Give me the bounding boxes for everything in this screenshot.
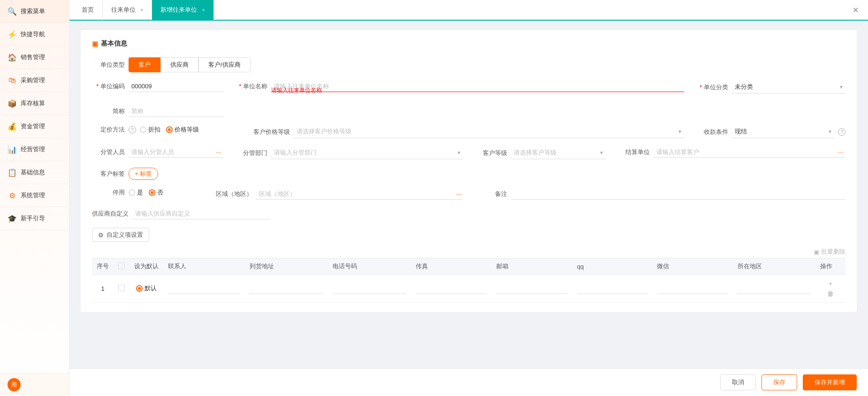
sidebar-item-system[interactable]: ⚙ 系统管理 xyxy=(0,184,69,207)
sidebar-item-quick-nav[interactable]: ⚡ 快捷导航 xyxy=(0,23,69,46)
money-icon: 💰 xyxy=(8,122,17,131)
region-table-input[interactable] xyxy=(738,283,811,294)
add-row-button[interactable]: ＋ xyxy=(825,279,836,289)
unit-type-supplier-btn[interactable]: 供应商 xyxy=(160,57,198,72)
supplier-custom-input[interactable] xyxy=(132,208,270,219)
contact-input[interactable] xyxy=(168,283,240,294)
guide-icon: 🎓 xyxy=(8,214,17,223)
remarks-input[interactable] xyxy=(511,188,845,200)
add-tag-button[interactable]: + 标签 xyxy=(129,168,158,180)
tab-home[interactable]: 首页 xyxy=(73,0,103,20)
unit-code-label: 单位编码 xyxy=(92,82,125,91)
phone-input[interactable] xyxy=(333,283,406,294)
price-level-radio[interactable]: 价格等级 xyxy=(166,125,199,134)
col-phone: 电话号码 xyxy=(328,258,411,275)
settlement-unit-input[interactable] xyxy=(654,147,836,157)
sidebar-item-label: 库存核算 xyxy=(21,99,45,108)
qq-input[interactable] xyxy=(577,283,647,294)
custom-setting-button[interactable]: ⚙ 自定义项设置 xyxy=(92,228,149,242)
unit-type-group: 客户 供应商 客户/供应商 xyxy=(129,57,251,72)
sidebar-item-label: 系统管理 xyxy=(21,191,45,200)
disabled-no-circle xyxy=(149,189,155,196)
unit-type-both-btn[interactable]: 客户/供应商 xyxy=(198,57,251,72)
cell-contact xyxy=(163,275,245,303)
tab-new-contact[interactable]: 新增往来单位 × xyxy=(152,0,213,20)
save-new-button[interactable]: 保存并新增 xyxy=(803,374,857,390)
sidebar-item-purchase[interactable]: 🛍 采购管理 xyxy=(0,69,69,92)
default-radio[interactable]: 默认 xyxy=(134,284,159,293)
sidebar-item-guide[interactable]: 🎓 新手引导 xyxy=(0,207,69,230)
sidebar-item-search[interactable]: 🔍 搜索菜单 xyxy=(0,0,69,23)
manager-dots-btn[interactable]: ··· xyxy=(214,148,223,156)
close-all-tabs-button[interactable]: ✕ xyxy=(847,6,864,15)
customer-price-level-select[interactable]: 请选择客户价格等级 ▾ xyxy=(294,125,684,138)
discount-radio-circle xyxy=(140,126,146,133)
custom-setting-icon: ⚙ xyxy=(98,232,104,239)
unit-name-error: 请输入往来单位名称 xyxy=(271,86,684,94)
sidebar-item-label: 采购管理 xyxy=(21,76,45,85)
region-input[interactable] xyxy=(256,188,454,199)
disabled-label: 停用 xyxy=(92,188,125,197)
sidebar-user-area[interactable]: 用 xyxy=(0,373,69,396)
sidebar-item-label: 资金管理 xyxy=(21,122,45,131)
delete-row-button[interactable]: 🗑 xyxy=(825,289,836,298)
row-checkbox[interactable] xyxy=(118,285,125,291)
customer-level-select[interactable]: 请选择客户等级 ▾ xyxy=(511,147,606,159)
address-input[interactable] xyxy=(250,283,323,294)
region-dots-btn[interactable]: ··· xyxy=(454,190,464,198)
tab-new-contact-close[interactable]: × xyxy=(202,7,205,13)
wechat-input[interactable] xyxy=(657,283,728,294)
fax-input[interactable] xyxy=(416,283,487,294)
unit-category-select[interactable]: 未分类 ▾ xyxy=(732,81,845,93)
sidebar-item-label: 搜索菜单 xyxy=(21,7,45,16)
email-input[interactable] xyxy=(496,283,568,294)
disabled-no-radio[interactable]: 否 xyxy=(149,188,163,197)
department-select[interactable]: 请输入分管部门 ▾ xyxy=(271,147,463,159)
unit-category-label: 单位分类 xyxy=(695,83,728,92)
pricing-method-help-icon[interactable]: ? xyxy=(129,126,136,133)
cell-default: 默认 xyxy=(129,275,163,303)
sidebar-item-label: 快捷导航 xyxy=(21,30,45,39)
sidebar-item-sales[interactable]: 🏠 销售管理 xyxy=(0,46,69,69)
cell-wechat xyxy=(652,275,733,303)
price-level-radio-label: 价格等级 xyxy=(175,125,199,134)
payment-terms-help-icon[interactable]: ? xyxy=(838,128,845,136)
tab-contacts[interactable]: 往来单位 × xyxy=(103,0,152,20)
cancel-button[interactable]: 取消 xyxy=(720,374,756,390)
region-input-wrapper: ··· xyxy=(256,188,463,200)
unit-type-customer-btn[interactable]: 客户 xyxy=(129,57,160,72)
sidebar-item-operations[interactable]: 📊 经营管理 xyxy=(0,138,69,161)
default-radio-label: 默认 xyxy=(145,284,157,293)
sidebar-item-label: 基础信息 xyxy=(21,168,45,177)
search-icon: 🔍 xyxy=(8,7,17,16)
sidebar-item-inventory[interactable]: 📦 库存核算 xyxy=(0,92,69,115)
sidebar-item-finance[interactable]: 💰 资金管理 xyxy=(0,115,69,138)
payment-terms-field: 收款条件 现结 ▾ ? xyxy=(695,125,845,138)
col-region: 所在地区 xyxy=(733,258,816,275)
department-label: 分管部门 xyxy=(235,149,267,157)
row-supplier-custom: 供应商自定义 xyxy=(92,208,845,219)
sidebar-item-label: 新手引导 xyxy=(21,214,45,223)
page-content: ▣ 基本信息 单位类型 客户 供应商 客户/供应商 单位编码 xyxy=(69,21,868,368)
cell-region xyxy=(733,275,816,303)
select-all-checkbox[interactable] xyxy=(118,263,125,269)
customer-level-value: 请选择客户等级 ▾ xyxy=(511,147,606,159)
unit-code-input[interactable] xyxy=(129,81,223,92)
tab-contacts-close[interactable]: × xyxy=(140,7,143,13)
customer-level-field: 客户等级 请选择客户等级 ▾ xyxy=(474,147,606,159)
col-action: 操作 xyxy=(815,258,845,275)
sidebar-item-basic-info[interactable]: 📋 基础信息 xyxy=(0,161,69,184)
disabled-yes-radio[interactable]: 是 xyxy=(129,188,143,197)
settlement-unit-dots-btn[interactable]: ··· xyxy=(836,148,845,156)
row-disabled-region: 停用 是 否 区域（地区） xyxy=(92,188,845,200)
custom-setting-label: 自定义项设置 xyxy=(107,231,143,239)
remarks-field: 备注 xyxy=(474,188,845,200)
bag-icon: 🛍 xyxy=(8,76,17,85)
short-name-input[interactable] xyxy=(129,106,223,117)
sidebar-item-label: 销售管理 xyxy=(21,53,45,62)
payment-terms-select[interactable]: 现结 ▾ xyxy=(732,125,834,138)
save-button[interactable]: 保存 xyxy=(761,374,797,390)
manager-input[interactable] xyxy=(129,147,214,157)
discount-radio[interactable]: 折扣 xyxy=(140,125,160,134)
batch-delete-label[interactable]: 批量删除 xyxy=(821,248,845,256)
